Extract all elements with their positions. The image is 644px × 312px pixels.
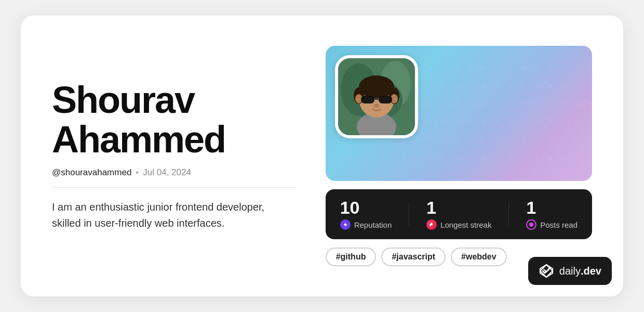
bio: I am an enthusiastic junior frontend dev… [52,199,270,231]
svg-rect-54 [361,96,374,103]
svg-text:</>: </> [427,151,445,162]
stat-reputation: 10 Reputation [340,199,392,230]
svg-text:</>: </> [547,98,565,109]
svg-text:</>: </> [467,62,485,73]
svg-text:</>: </> [467,134,485,145]
svg-point-57 [374,103,379,108]
tag-javascript[interactable]: #javascript [381,248,446,266]
svg-text:</>: </> [427,115,445,126]
svg-text:</>: </> [494,98,512,109]
avatar-wrapper [335,55,418,138]
join-date: Jul 04, 2024 [143,167,191,178]
daily-dev-text: daily.dev [559,265,601,277]
svg-text:</>: </> [534,151,552,162]
svg-text:</>: </> [481,115,499,126]
user-name: Shourav Ahammed [52,81,294,159]
svg-text:</>: </> [521,98,539,109]
posts-value: 1 [526,199,578,216]
svg-text:</>: </> [467,98,485,109]
svg-text:</>: </> [534,115,552,126]
svg-text:</>: </> [454,80,472,91]
profile-banner: </> </> </> </> </> </> </> </> </> </> … [326,46,592,181]
reputation-value: 10 [340,199,392,216]
svg-text:</>: </> [507,151,525,162]
svg-text:</>: </> [454,115,472,126]
svg-text:</>: </> [441,134,459,145]
svg-text:</>: </> [547,62,565,73]
svg-text:</>: </> [427,80,445,91]
svg-text:</>: </> [534,80,552,91]
svg-text:</>: </> [574,62,592,73]
svg-text:</>: </> [574,98,592,109]
stat-divider-2 [508,203,509,226]
stat-posts: 1 Posts read [526,199,578,230]
streak-value: 1 [426,199,491,216]
separator: • [136,167,139,178]
svg-text:</>: </> [414,134,432,145]
svg-text:</>: </> [481,80,499,91]
svg-point-49 [359,75,394,98]
svg-text:</>: </> [547,134,565,145]
streak-label: Longest streak [426,219,491,230]
tag-webdev[interactable]: #webdev [451,248,507,266]
svg-text:</>: </> [561,80,579,91]
svg-text:</>: </> [441,98,459,109]
fire-icon [426,219,437,230]
svg-text:</>: </> [494,134,512,145]
svg-text:</>: </> [481,151,499,162]
avatar [338,58,415,135]
profile-card: Shourav Ahammed @shouravahammed • Jul 04… [21,16,623,296]
posts-label: Posts read [526,219,578,230]
svg-text:</>: </> [507,80,525,91]
svg-text:</>: </> [454,151,472,162]
svg-rect-56 [374,98,379,100]
username: @shouravahammed [52,167,131,178]
svg-text:</>: </> [494,62,512,73]
divider [52,187,294,188]
stat-streak: 1 Longest streak [426,199,491,230]
daily-dev-logo-icon [539,263,554,279]
stats-bar: 10 Reputation 1 [326,189,592,239]
svg-text:</>: </> [521,134,539,145]
svg-text:</>: </> [401,151,419,162]
tag-github[interactable]: #github [326,248,377,266]
lightning-icon [340,219,351,230]
svg-text:</>: </> [441,62,459,73]
right-section: </> </> </> </> </> </> </> </> </> </> … [326,46,592,266]
circle-icon [526,219,536,230]
svg-rect-55 [379,96,392,103]
stat-divider-1 [409,203,409,226]
svg-text:</>: </> [507,115,525,126]
daily-dev-logo: daily.dev [528,257,612,285]
svg-text:</>: </> [574,134,592,145]
svg-text:</>: </> [561,115,579,126]
svg-text:</>: </> [521,62,539,73]
left-section: Shourav Ahammed @shouravahammed • Jul 04… [52,81,294,231]
svg-text:</>: </> [561,151,579,162]
reputation-label: Reputation [340,219,392,230]
user-meta: @shouravahammed • Jul 04, 2024 [52,167,294,178]
